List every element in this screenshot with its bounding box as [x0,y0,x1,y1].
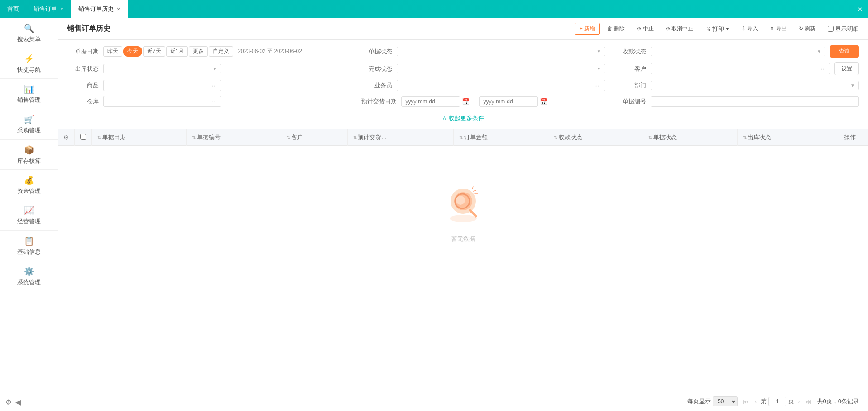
tab-close-sales-order[interactable]: ✕ [60,6,64,12]
th-out-status[interactable]: 出库状态 [737,129,832,146]
page-input[interactable] [768,397,786,406]
th-gear[interactable]: ⚙ [58,129,75,146]
sidebar-item-basic-info[interactable]: 📋 基础信息 [0,231,58,261]
settings-button[interactable]: 设置 [834,62,859,75]
salesperson-label: 业务员 [360,82,397,90]
import-button[interactable]: ⇩ 导入 [737,23,762,34]
sidebar-item-sales-mgmt[interactable]: 📊 销售管理 [0,79,58,109]
tab-sales-order[interactable]: 销售订单 ✕ [26,0,71,18]
svg-point-3 [456,196,465,205]
collapse-more[interactable]: ∧ 收起更多条件 [67,111,859,123]
next-page-button[interactable]: › [796,397,802,406]
bill-no-input[interactable] [651,96,859,107]
page-size-dropdown[interactable]: 10 20 50 100 [713,396,738,406]
first-page-button[interactable]: ⏮ [741,397,751,406]
last-page-button[interactable]: ⏭ [804,397,814,406]
refresh-button[interactable]: ↻ 刷新 [794,23,820,34]
date-range-buttons: 昨天 今天 近7天 近1月 更多 自定义 [103,46,233,57]
th-customer[interactable]: 客户 [281,129,347,146]
th-check[interactable] [75,129,92,146]
bill-status-select[interactable]: ▼ [397,47,605,56]
receipt-status-caret: ▼ [817,49,821,54]
cancel-stop-button[interactable]: ⊘ 取消中止 [661,23,698,34]
stop-button[interactable]: ⊘ 中止 [632,23,658,34]
filter-row-2: 出库状态 ▼ 完成状态 ▼ 客户 [67,62,859,75]
new-button[interactable]: + 新增 [575,23,600,35]
bill-no-label: 单据编号 [614,97,651,106]
warehouse-dots[interactable]: ··· [208,98,217,105]
customer-dots[interactable]: ··· [817,65,826,72]
quick-nav-icon: ⚡ [24,54,34,64]
date-btn-more[interactable]: 更多 [189,46,208,57]
query-button[interactable]: 查询 [830,45,859,58]
delete-button[interactable]: 🗑 删除 [603,23,629,34]
out-status-select[interactable]: ▼ [103,64,221,73]
bill-status-caret: ▼ [597,49,601,54]
delivery-date-to-icon[interactable]: 📅 [540,98,547,105]
product-label: 商品 [67,82,103,90]
filter-group-date: 单据日期 昨天 今天 近7天 近1月 更多 自定义 2023-06-02 至 2… [67,46,360,57]
product-dots[interactable]: ··· [208,82,217,89]
dept-caret: ▼ [850,83,855,88]
sidebar-settings-icon[interactable]: ⚙ [5,398,12,406]
date-btn-today[interactable]: 今天 [123,46,142,57]
print-button[interactable]: 🖨 打印 ▼ [700,23,734,35]
complete-status-select[interactable]: ▼ [397,64,605,73]
sidebar-item-quick-nav[interactable]: ⚡ 快捷导航 [0,48,58,79]
delivery-date-to[interactable] [479,96,538,107]
export-button[interactable]: ⇪ 导出 [765,23,791,34]
select-all-checkbox[interactable] [80,134,86,140]
finance-icon: 💰 [24,175,34,185]
display-detail-input[interactable] [828,26,834,32]
date-filter-value: 昨天 今天 近7天 近1月 更多 自定义 2023-06-02 至 2023-0… [103,46,360,57]
window-close[interactable]: ✕ [858,6,863,13]
customer-label: 客户 [614,65,651,73]
sidebar-item-search-menu[interactable]: 🔍 搜索菜单 [0,18,58,48]
th-delivery[interactable]: 预计交货... [347,129,454,146]
delivery-date-label: 预计交货日期 [360,97,401,106]
display-detail-checkbox[interactable]: 显示明细 [828,25,859,33]
table-area: ⚙ 单据日期 单据编号 客户 预计交货... 订单金额 收款状态 单据状态 出库… [58,129,868,392]
th-amount[interactable]: 订单金额 [454,129,548,146]
page-go-label: 第 [761,397,767,406]
filter-group-out-status: 出库状态 ▼ [67,64,360,73]
delivery-date-dash: — [471,98,477,105]
date-btn-7days[interactable]: 近7天 [143,46,165,57]
th-receipt-status[interactable]: 收款状态 [548,129,643,146]
out-status-caret: ▼ [212,66,217,71]
th-bill-no[interactable]: 单据编号 [186,129,281,146]
prev-page-button[interactable]: ‹ [753,397,759,406]
toolbar-divider [824,25,824,33]
dept-select[interactable]: ▼ [651,81,859,90]
filter-group-warehouse: 仓库 ··· [67,96,360,107]
purchase-mgmt-icon: 🛒 [24,115,34,125]
date-btn-1month[interactable]: 近1月 [166,46,188,57]
sidebar-collapse-icon[interactable]: ◀ [15,398,21,406]
sidebar-item-sys-mgmt[interactable]: ⚙️ 系统管理 [0,261,58,291]
salesperson-dots[interactable]: ··· [593,82,601,89]
sidebar-item-finance[interactable]: 💰 资金管理 [0,170,58,200]
receipt-status-select[interactable]: ▼ [651,47,825,56]
window-minimize[interactable]: — [848,6,854,13]
page-navigation: ⏮ ‹ 第 页 › ⏭ [741,397,813,406]
delivery-date-from[interactable] [401,96,460,107]
date-btn-custom[interactable]: 自定义 [209,46,233,57]
tab-home[interactable]: 首页 [0,0,26,18]
sidebar-item-purchase-mgmt[interactable]: 🛒 采购管理 [0,109,58,140]
print-dropdown-icon: ▼ [725,27,729,31]
filter-area: 单据日期 昨天 今天 近7天 近1月 更多 自定义 2023-06-02 至 2… [58,40,868,129]
tab-close-history[interactable]: ✕ [116,6,120,12]
delivery-date-from-icon[interactable]: 📅 [462,98,470,105]
page-unit-label: 页 [788,397,794,406]
filter-group-receipt-status: 收款状态 ▼ 查询 [614,45,859,58]
sidebar-item-inventory[interactable]: 📦 库存核算 [0,140,58,170]
filter-row-3: 商品 ··· 业务员 ··· 部门 [67,80,859,91]
sidebar-item-operations[interactable]: 📈 经营管理 [0,200,58,231]
tab-sales-order-history[interactable]: 销售订单历史 ✕ [71,0,128,18]
th-bill-status[interactable]: 单据状态 [643,129,737,146]
th-date[interactable]: 单据日期 [92,129,187,146]
inventory-icon: 📦 [24,145,34,155]
date-btn-yesterday[interactable]: 昨天 [103,46,122,57]
sys-mgmt-icon: ⚙️ [24,266,34,276]
filter-group-complete-status: 完成状态 ▼ [360,64,605,73]
